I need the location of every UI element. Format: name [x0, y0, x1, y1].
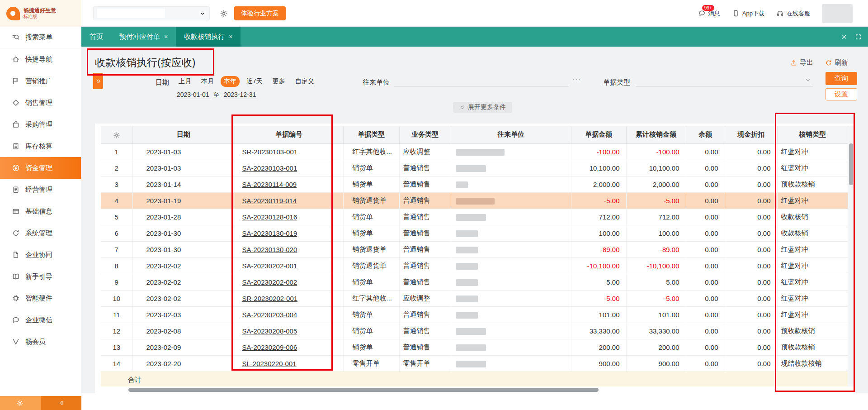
cell-biz-type: 普通销售 [399, 257, 451, 274]
partner-input[interactable] [394, 73, 569, 86]
sidebar-item-funds[interactable]: 资金管理 [0, 157, 81, 179]
horizontal-scrollbar[interactable] [128, 388, 599, 392]
sidebar-item-baseinfo[interactable]: 基础信息 [0, 200, 81, 222]
column-header[interactable]: 单据金额 [571, 126, 626, 143]
sidebar-item-search[interactable]: 搜索菜单 [0, 27, 81, 48]
app-download-button[interactable]: App下载 [732, 10, 764, 18]
doc-number-link[interactable]: SA-20230114-009 [242, 181, 297, 188]
table-row[interactable]: 62023-01-30SA-20230130-019销货单普通销售100.001… [101, 225, 848, 241]
table-row[interactable]: 112023-02-03SA-20230203-004销货单普通销售101.00… [101, 306, 848, 323]
doc-number-link[interactable]: SA-20230130-019 [242, 229, 297, 237]
partner-more-button[interactable]: ··· [572, 76, 581, 84]
doc-number-link[interactable]: SR-20230202-001 [242, 295, 298, 302]
column-header[interactable]: 余额 [686, 126, 725, 143]
table-row[interactable]: 122023-02-08SA-20230208-005销货单普通销售33,330… [101, 323, 848, 339]
table-row[interactable]: 92023-02-02SA-20230202-002销货单普通销售5.005.0… [101, 274, 848, 290]
table-row[interactable]: 12023-01-03SR-20230103-001红字其他收...应收调整-1… [101, 143, 848, 160]
doc-number-link[interactable]: SA-20230203-004 [242, 311, 297, 319]
collab-icon [12, 251, 20, 259]
table-row[interactable]: 32023-01-14SA-20230114-009销货单普通销售2,000.0… [101, 176, 848, 192]
table-row[interactable]: 82023-02-02SA-20230202-001销货退货单普通销售-10,1… [101, 257, 848, 274]
table-row[interactable]: 52023-01-28SA-20230128-016销货单普通销售712.007… [101, 209, 848, 225]
table-row[interactable]: 42023-01-19SA-20230119-014销货退货单普通销售-5.00… [101, 192, 848, 209]
table-row[interactable]: 142023-02-20SL-20230220-001零售开单零售开单900.0… [101, 355, 848, 372]
vertical-scrollbar[interactable] [848, 126, 854, 386]
query-button[interactable]: 查询 [826, 72, 857, 85]
column-header[interactable]: 核销类型 [777, 126, 848, 143]
date-to-value[interactable]: 2023-12-31 [222, 91, 258, 99]
sidebar-settings-icon[interactable] [0, 396, 41, 410]
refresh-button[interactable]: 刷新 [825, 58, 848, 67]
sidebar-item-promo[interactable]: 营销推广 [0, 70, 81, 92]
doc-type-select[interactable] [636, 73, 813, 86]
cell-biz-type: 普通销售 [399, 192, 451, 209]
column-header[interactable]: 现金折扣 [725, 126, 777, 143]
doc-number-link[interactable]: SL-20230220-001 [242, 360, 297, 367]
cell-settle-type: 红蓝对冲 [777, 290, 848, 306]
table-row[interactable]: 22023-01-03SA-20230103-001销货单普通销售10,100.… [101, 160, 848, 176]
sidebar-item-sales[interactable]: 销售管理 [0, 92, 81, 114]
sidebar-item-system[interactable]: 系统管理 [0, 222, 81, 244]
doc-number-link[interactable]: SA-20230130-020 [242, 246, 297, 253]
avatar[interactable] [822, 4, 853, 23]
doc-number-link[interactable]: SR-20230103-001 [242, 148, 298, 156]
sidebar-item-inventory[interactable]: 库存核算 [0, 135, 81, 157]
cell-amount: -5.00 [571, 192, 626, 209]
doc-number-link[interactable]: SA-20230202-002 [242, 278, 297, 286]
fullscreen-icon[interactable] [855, 33, 862, 40]
doc-number-link[interactable]: SA-20230103-001 [242, 164, 297, 172]
filter-collapse-tag[interactable] [93, 73, 103, 89]
tab-prepaid-offset[interactable]: 预付冲应付单× [111, 27, 176, 47]
sidebar-item-operations[interactable]: 经营管理 [0, 179, 81, 200]
column-header[interactable]: 业务类型 [399, 126, 451, 143]
table-row[interactable]: 72023-01-30SA-20230130-020销货退货单普通销售-89.0… [101, 241, 848, 257]
export-button[interactable]: 导出 [790, 58, 813, 67]
filter-settings-button[interactable]: 设置 [826, 88, 857, 100]
date-from-value[interactable]: 2023-01-01 [175, 91, 211, 99]
column-header[interactable]: 累计核销金额 [626, 126, 686, 143]
sidebar-item-home[interactable]: 快捷导航 [0, 48, 81, 70]
vertical-scrollbar-thumb[interactable] [849, 143, 853, 185]
date-option[interactable]: 更多 [269, 76, 288, 87]
table-row[interactable]: 132023-02-09SA-20230209-006销货单普通销售200.00… [101, 339, 848, 355]
messages-button[interactable]: 99+ 消息 [698, 10, 720, 18]
column-settings-header[interactable] [101, 126, 132, 143]
column-header[interactable]: 日期 [132, 126, 235, 143]
sidebar-collapse-button[interactable] [41, 396, 81, 410]
date-option[interactable]: 近7天 [243, 76, 266, 87]
doc-number-link[interactable]: SA-20230202-001 [242, 262, 297, 270]
column-header[interactable]: 往来单位 [451, 126, 571, 143]
tab-close-icon[interactable]: × [164, 33, 168, 40]
date-option[interactable]: 上月 [175, 76, 194, 87]
cell-biz-type: 零售开单 [399, 355, 451, 372]
table-row[interactable]: 102023-02-02SR-20230202-001红字其他收...应收调整-… [101, 290, 848, 306]
sidebar-item-collab[interactable]: 企业协同 [0, 244, 81, 266]
expand-more-bar[interactable]: 展开更多条件 [453, 102, 512, 113]
doc-number-link[interactable]: SA-20230119-014 [242, 197, 297, 205]
doc-number-link[interactable]: SA-20230128-016 [242, 213, 297, 221]
date-option[interactable]: 本月 [198, 76, 217, 87]
sidebar-item-purchase[interactable]: 采购管理 [0, 114, 81, 135]
sidebar-item-hardware[interactable]: 智能硬件 [0, 287, 81, 309]
tab-home[interactable]: 首页 [81, 27, 111, 47]
doc-number-link[interactable]: SA-20230208-005 [242, 327, 297, 335]
sidebar-item-member[interactable]: 畅会员 [0, 331, 81, 353]
column-header[interactable]: 单据类型 [343, 126, 399, 143]
doc-number-link[interactable]: SA-20230209-006 [242, 343, 297, 351]
sidebar-item-wechat[interactable]: 企业微信 [0, 309, 81, 331]
tab-close-icon[interactable]: × [229, 33, 232, 40]
system-icon [12, 229, 20, 237]
sidebar-item-guide[interactable]: 新手引导 [0, 266, 81, 287]
cell-row-number: 1 [101, 143, 132, 160]
close-tabs-icon[interactable] [841, 33, 848, 40]
gear-icon[interactable] [220, 10, 228, 18]
online-service-button[interactable]: 在线客服 [776, 10, 810, 18]
tab-receipt-settlement[interactable]: 收款核销执行× [176, 27, 241, 47]
trial-plan-button[interactable]: 体验行业方案 [234, 6, 286, 20]
date-option[interactable]: 本年 [221, 76, 240, 87]
column-header[interactable]: 单据编号 [235, 126, 343, 143]
date-range[interactable]: 2023-01-01至2023-12-31 [175, 91, 257, 99]
date-option[interactable]: 自定义 [292, 76, 317, 87]
cell-doc-number: SA-20230209-006 [235, 339, 343, 355]
org-select[interactable] [93, 6, 210, 20]
